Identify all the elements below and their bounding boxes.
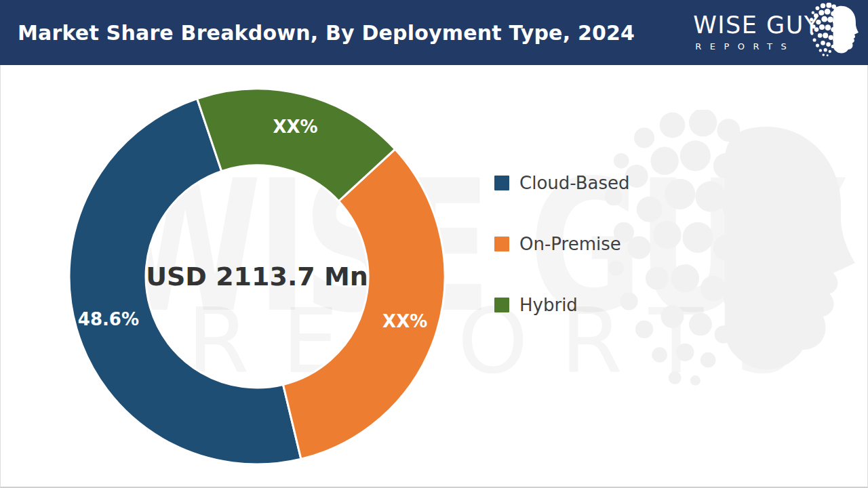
donut-chart: 48.6%XX%XX% [1,65,868,488]
legend-item-hybrid: Hybrid [494,294,630,316]
chart-legend: Cloud-Based On-Premise Hybrid [494,172,630,316]
legend-label: Hybrid [519,295,578,315]
report-canvas: Market Share Breakdown, By Deployment Ty… [0,0,868,488]
pie-slice-label: XX% [273,117,317,137]
legend-label: Cloud-Based [519,173,630,193]
header-bar: Market Share Breakdown, By Deployment Ty… [0,0,868,65]
legend-swatch-cloud-based [494,176,509,190]
chart-area: WISE GUY REPORTS 48.6%XX%XX% USD 2113.7 … [0,65,868,488]
legend-swatch-on-premise [494,237,509,251]
page-title: Market Share Breakdown, By Deployment Ty… [0,21,635,45]
legend-label: On-Premise [519,234,621,254]
pie-slice-label: XX% [382,311,427,331]
wiseguy-logo: WISE GUY REPORTS [693,3,859,62]
logo-text: WISE GUY REPORTS [693,14,820,52]
logo-wordmark: WISE GUY [693,14,820,37]
legend-swatch-hybrid [494,298,509,312]
pie-slice-label: 48.6% [78,309,139,329]
face-profile-dots-icon [809,3,859,62]
chart-center-value: USD 2113.7 Mn [146,262,368,291]
logo-subtext: REPORTS [693,41,820,52]
legend-item-on-premise: On-Premise [494,233,630,255]
legend-item-cloud-based: Cloud-Based [494,172,630,194]
pie-slice-on-premise [283,149,445,459]
